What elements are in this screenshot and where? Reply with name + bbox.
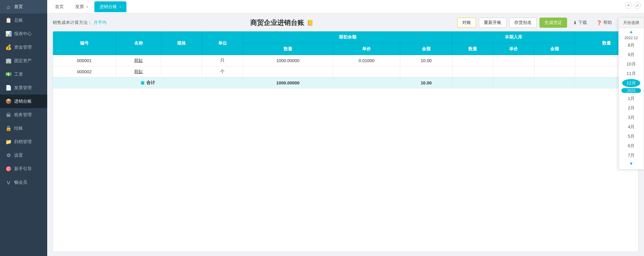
tab-invoice[interactable]: 发票× bbox=[70, 1, 93, 12]
sidebar-item-purchase_sales[interactable]: 📦进销台账 bbox=[0, 95, 47, 108]
tab-home[interactable]: 首页 bbox=[50, 1, 69, 12]
col-unit: 单位 bbox=[202, 31, 243, 55]
maximize-button[interactable]: ⤢ bbox=[634, 2, 641, 9]
sidebar-item-funds[interactable]: 💰资金管理 bbox=[0, 41, 47, 54]
month-panel: 月份选择 ▲ 2022.12 8月9月10月11月12月 2023 1月2月3月… bbox=[618, 18, 644, 170]
cell-in-price bbox=[493, 66, 534, 77]
close-button[interactable]: × bbox=[625, 2, 632, 9]
reopen-button[interactable]: 重新开账 bbox=[479, 18, 506, 28]
cell-period-qty bbox=[243, 66, 333, 77]
col-in-price: 单价 bbox=[493, 43, 534, 55]
book-icon: 📒 bbox=[307, 20, 314, 26]
sidebar-item-invoice_mgmt[interactable]: 📄发票管理 bbox=[0, 81, 47, 95]
download-button[interactable]: ⬇ 下载 bbox=[570, 18, 590, 27]
guide-icon: 🎯 bbox=[5, 166, 11, 172]
col-period-qty: 数量 bbox=[243, 43, 333, 55]
month-item-5月[interactable]: 5月 bbox=[619, 132, 644, 141]
month-list-2023: 1月2月3月4月5月6月7月 bbox=[619, 94, 644, 160]
month-item-6月[interactable]: 6月 bbox=[619, 141, 644, 151]
cost-method-label: 销售成本计算方法： bbox=[53, 20, 92, 25]
month-item-1月[interactable]: 1月 bbox=[619, 94, 644, 103]
sidebar-item-assets[interactable]: 🏢固定资产 bbox=[0, 54, 47, 68]
reports-icon: 📊 bbox=[5, 31, 11, 37]
purchase_sales-icon: 📦 bbox=[5, 98, 11, 104]
cell-unit: 只 bbox=[202, 55, 243, 66]
content-area: 销售成本计算方法： 月平均 商贸企业进销台账 📒 对账 重新开账 存货别名 生成… bbox=[47, 14, 644, 256]
month-scroll-down[interactable]: ▼ bbox=[619, 160, 644, 167]
archive-icon: 📁 bbox=[5, 139, 11, 145]
home-icon: ⌂ bbox=[5, 4, 11, 10]
cell-in-amount bbox=[534, 66, 575, 77]
total-in-price bbox=[493, 77, 534, 88]
invoice_mgmt-icon: 📄 bbox=[5, 85, 11, 91]
sidebar-label-assets: 固定资产 bbox=[14, 58, 32, 64]
sidebar-item-archive[interactable]: 📁归档管理 bbox=[0, 135, 47, 149]
col-in-amount: 金额 bbox=[534, 43, 575, 55]
tab-purchase_sales[interactable]: 进销台账× bbox=[94, 1, 126, 12]
generate-voucher-button[interactable]: 生成凭证 bbox=[539, 18, 567, 28]
cell-num: 000001 bbox=[53, 55, 116, 66]
data-table-wrapper: 编号 名称 规格 单位 期初余额 本期入库 数量 数量 单价 金额 数量 单价 bbox=[53, 31, 639, 252]
sidebar-item-reports[interactable]: 📊报表中心 bbox=[0, 27, 47, 41]
sidebar-item-guide[interactable]: 🎯新手引导 bbox=[0, 162, 47, 176]
cell-name[interactable]: 前缸 bbox=[116, 55, 161, 66]
month-item-12月[interactable]: 12月 bbox=[622, 79, 640, 87]
total-period-amount: 10.00 bbox=[400, 77, 452, 88]
total-in-qty bbox=[452, 77, 493, 88]
page-title: 商贸企业进销台账 bbox=[250, 18, 304, 27]
sidebar-item-salary[interactable]: 💵工资 bbox=[0, 68, 47, 81]
cell-in-amount bbox=[534, 55, 575, 66]
total-period-qty: 1000.00000 bbox=[243, 77, 333, 88]
sidebar-label-ledger: 总账 bbox=[14, 17, 23, 23]
sidebar-label-funds: 资金管理 bbox=[14, 44, 32, 50]
month-item-11月[interactable]: 11月 bbox=[619, 69, 644, 78]
month-scroll-up[interactable]: ▲ bbox=[619, 28, 644, 35]
month-item-2月[interactable]: 2月 bbox=[619, 103, 644, 113]
main-area: 首页发票×进销台账× 销售成本计算方法： 月平均 商贸企业进销台账 📒 对账 重… bbox=[47, 0, 644, 256]
tab-close-invoice[interactable]: × bbox=[86, 5, 88, 9]
tab-label-home: 首页 bbox=[55, 4, 64, 10]
cell-spec bbox=[161, 55, 202, 66]
assets-icon: 🏢 bbox=[5, 58, 11, 64]
month-item-7月[interactable]: 7月 bbox=[619, 151, 644, 160]
total-label: ▣ 合计 bbox=[53, 77, 243, 88]
month-list: 8月9月10月11月12月 bbox=[619, 41, 644, 87]
month-item-4月[interactable]: 4月 bbox=[619, 122, 644, 132]
sidebar-item-member[interactable]: V畅会员 bbox=[0, 176, 47, 189]
tab-close-purchase_sales[interactable]: × bbox=[119, 5, 121, 9]
sidebar-label-invoice_mgmt: 发票管理 bbox=[14, 85, 32, 91]
sidebar-item-ledger[interactable]: 📋总账 bbox=[0, 14, 47, 27]
toolbar: 对账 重新开账 存货别名 生成凭证 ⬇ 下载 ❓ 帮助 ↻ 刷新 bbox=[457, 18, 639, 28]
cell-period-price: 0.01000 bbox=[333, 55, 400, 66]
cell-in-qty bbox=[452, 55, 493, 66]
year-2023-badge: 2023 bbox=[621, 88, 641, 93]
col-period-amount: 金额 bbox=[400, 43, 452, 55]
total-period-price bbox=[333, 77, 400, 88]
sidebar-label-home: 首页 bbox=[14, 4, 23, 10]
cell-in-price bbox=[493, 55, 534, 66]
total-in-amount bbox=[534, 77, 575, 88]
reconcile-button[interactable]: 对账 bbox=[457, 18, 476, 28]
sidebar-item-tax[interactable]: 🏛税务管理 bbox=[0, 108, 47, 122]
cell-period-amount: 10.00 bbox=[400, 55, 452, 66]
month-item-10月[interactable]: 10月 bbox=[619, 59, 644, 69]
sidebar-item-settings[interactable]: ⚙设置 bbox=[0, 149, 47, 162]
month-item-8月[interactable]: 8月 bbox=[619, 41, 644, 50]
save-alias-button[interactable]: 存货别名 bbox=[509, 18, 537, 28]
col-name: 名称 bbox=[116, 31, 161, 55]
table-header-row1: 编号 名称 规格 单位 期初余额 本期入库 数量 bbox=[53, 31, 638, 43]
cell-name[interactable]: 前缸 bbox=[116, 66, 161, 77]
month-item-3月[interactable]: 3月 bbox=[619, 113, 644, 122]
col-period-price: 单价 bbox=[333, 43, 400, 55]
sidebar-item-closing[interactable]: 🔒结账 bbox=[0, 122, 47, 135]
month-panel-header: 月份选择 bbox=[619, 18, 644, 28]
tab-label-invoice: 发票 bbox=[75, 4, 84, 10]
member-icon: V bbox=[5, 180, 11, 185]
month-item-9月[interactable]: 9月 bbox=[619, 50, 644, 59]
sidebar-label-member: 畅会员 bbox=[14, 179, 27, 185]
sidebar-item-home[interactable]: ⌂首页 bbox=[0, 0, 47, 14]
help-button[interactable]: ❓ 帮助 bbox=[593, 18, 615, 27]
sidebar: ⌂首页📋总账📊报表中心💰资金管理🏢固定资产💵工资📄发票管理📦进销台账🏛税务管理🔒… bbox=[0, 0, 47, 256]
col-in-qty: 数量 bbox=[452, 43, 493, 55]
ledger-icon: 📋 bbox=[5, 17, 11, 23]
